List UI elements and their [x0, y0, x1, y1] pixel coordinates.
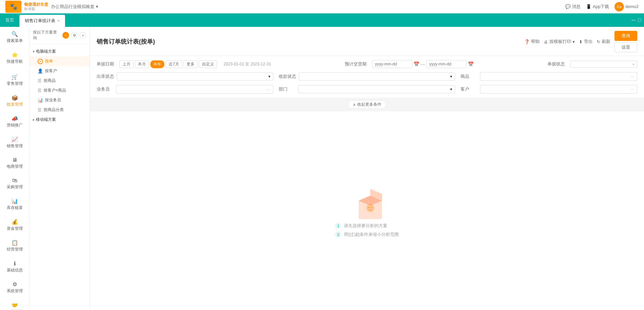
- help-label: 帮助: [531, 39, 540, 45]
- user-action[interactable]: Ea demo2: [614, 2, 639, 11]
- last7-btn[interactable]: 近7天: [166, 60, 182, 68]
- wholesale-icon: 📦: [1, 95, 28, 101]
- app-download-icon: 📱: [586, 4, 591, 9]
- sidebar-item-finance[interactable]: 💰 资金管理: [0, 215, 29, 236]
- tree-item-by-order[interactable]: ● 按单: [30, 56, 90, 66]
- sidebar-item-search[interactable]: 🔍 搜索菜单: [0, 27, 29, 48]
- order-status-label: 单据状态: [547, 61, 565, 67]
- print-arrow-icon: ▾: [573, 39, 575, 44]
- sidebar-item-wholesale-label: 批发管理: [1, 102, 28, 107]
- message-action[interactable]: 💬 消息: [565, 4, 581, 10]
- tree-item-by-category[interactable]: ☰ 按商品分类: [30, 105, 90, 115]
- tabbar-maximize-btn[interactable]: □: [638, 17, 641, 23]
- goods-input[interactable]: ···: [480, 72, 637, 81]
- filter-area: 单据日期 上月 本月 本年 近7天 更多 自定义 2023-01-01 至 20…: [90, 56, 644, 98]
- message-label: 消息: [572, 4, 581, 10]
- sidebar-item-wholesale[interactable]: 📦 批发管理: [0, 91, 29, 111]
- last-month-btn[interactable]: 上月: [119, 60, 133, 68]
- ecommerce-icon: 🖥: [1, 157, 28, 163]
- ship-status-arrow: ▾: [268, 74, 270, 79]
- export-label: 导出: [584, 39, 593, 45]
- goods-dots-icon[interactable]: ···: [630, 74, 634, 79]
- cal-icon-end[interactable]: 📅: [468, 61, 474, 67]
- tab-sales-order[interactable]: 销售订单统计表 ×: [19, 15, 65, 27]
- sidebar-item-ecommerce[interactable]: 🖥 电商管理: [0, 153, 29, 173]
- salesperson-dots-icon[interactable]: ···: [266, 87, 270, 92]
- print-btn[interactable]: 🖨 按模板打印 ▾: [544, 39, 575, 45]
- sidebar-item-retail[interactable]: 🛒 零售管理: [0, 70, 29, 91]
- sidebar-item-system[interactable]: ⚙ 系统管理: [0, 277, 29, 298]
- tree-item-cg-icon: ☰: [38, 88, 42, 93]
- tree-group-desktop-header[interactable]: ▾ 电脑端方案: [30, 47, 90, 56]
- customer-input[interactable]: ···: [480, 85, 637, 94]
- expected-date-label: 预计交货期: [345, 61, 367, 67]
- order-status-arrow: ▾: [633, 62, 634, 66]
- sidebar-item-purchase[interactable]: 🛍 采购管理: [0, 173, 29, 194]
- scheme-tree: ▾ 电脑端方案 ● 按单 👤 按客户 ☰ 按商品: [30, 44, 90, 127]
- sidebar-item-sales[interactable]: 📈 销售管理: [0, 132, 29, 153]
- sidebar-item-management[interactable]: 📋 经营管理: [0, 236, 29, 256]
- print-icon: 🖨: [544, 39, 548, 44]
- sidebar-item-inventory[interactable]: 📊 库存核算: [0, 194, 29, 215]
- tabbar-minimize-btn[interactable]: ─: [632, 17, 635, 23]
- date-range-text: 2023-01-01 至 2023-12-31: [224, 61, 271, 67]
- scheme-collapse-btn[interactable]: «: [79, 32, 86, 39]
- cal-icon-start[interactable]: 📅: [414, 61, 419, 67]
- settings-btn[interactable]: 设置: [614, 42, 637, 52]
- query-btn[interactable]: 查询: [614, 31, 637, 41]
- more-btn[interactable]: 更多: [183, 60, 198, 68]
- payment-status-select[interactable]: ▾: [299, 72, 455, 81]
- sidebar-item-enterprise[interactable]: 🤝 企业协同: [0, 298, 29, 310]
- expected-date-end[interactable]: [426, 60, 467, 68]
- tree-group-mobile-header[interactable]: ▸ 移动端方案: [30, 115, 90, 124]
- scheme-add-btn[interactable]: +: [62, 32, 69, 39]
- tab-home-label: 首页: [5, 17, 14, 23]
- order-status-select[interactable]: ▾: [570, 61, 637, 68]
- tree-item-by-customer[interactable]: 👤 按客户: [30, 66, 90, 76]
- custom-btn[interactable]: 自定义: [199, 60, 217, 68]
- tab-close-icon[interactable]: ×: [57, 18, 60, 23]
- topbar: 🐾 畅捷通好生意 标准版 办公用品行业模拟账套 ▾ 💬 消息 📱 App下载 E…: [0, 0, 644, 13]
- sidebar-item-basic[interactable]: ℹ 基础信息: [0, 256, 29, 277]
- filter-col-ship: 出库状态 ▾: [97, 72, 273, 81]
- app-selector-label: 办公用品行业模拟账套: [51, 4, 95, 10]
- expected-date-start[interactable]: [372, 60, 412, 68]
- department-select[interactable]: ▾: [298, 85, 455, 93]
- tree-item-by-customer-goods[interactable]: ☰ 按客户+商品: [30, 86, 90, 95]
- empty-svg: [350, 184, 390, 224]
- collapse-btn[interactable]: ∧ 收起更多条件: [348, 100, 386, 109]
- export-btn[interactable]: ⬇ 导出: [579, 39, 593, 45]
- tree-item-by-goods[interactable]: ☰ 按商品: [30, 76, 90, 86]
- this-month-btn[interactable]: 本月: [135, 60, 149, 68]
- tree-item-goods-icon: ☰: [38, 78, 42, 83]
- collapse-icon: ∧: [353, 102, 356, 107]
- tree-item-sp-icon: 📊: [38, 98, 43, 103]
- tree-item-by-salesperson[interactable]: 📊 按业务员: [30, 95, 90, 105]
- management-icon: 📋: [1, 240, 28, 246]
- app-name: 畅捷通好生意: [24, 2, 48, 7]
- topbar-right: 💬 消息 📱 App下载 Ea demo2: [565, 2, 639, 11]
- refresh-btn[interactable]: ↻ 刷新: [597, 39, 610, 45]
- main-layout: 🔍 搜索菜单 ⭐ 快捷导航 🛒 零售管理 📦 批发管理 📣 营销推广 📈 销售管…: [0, 27, 644, 310]
- tab-home[interactable]: 首页: [0, 13, 19, 27]
- sidebar-item-quick-nav[interactable]: ⭐ 快捷导航: [0, 48, 29, 68]
- date-dash: —: [421, 62, 425, 67]
- filter-row-2: 出库状态 ▾ 收款状态 ▾ 商品: [97, 72, 637, 81]
- this-year-btn[interactable]: 本年: [150, 60, 164, 68]
- scheme-settings-btn[interactable]: ⚙: [71, 32, 78, 39]
- tree-item-cg-label: 按客户+商品: [44, 88, 66, 93]
- help-btn[interactable]: ❓ 帮助: [524, 39, 540, 45]
- empty-state: 1 请先选择要分析的方案 2 用[过滤]条件来缩小分析范围: [90, 111, 644, 310]
- basic-icon: ℹ: [1, 260, 28, 267]
- app-selector-arrow: ▾: [96, 4, 98, 9]
- svg-point-3: [366, 204, 374, 212]
- ship-status-select[interactable]: ▾: [117, 72, 273, 81]
- scheme-panel: 按以下方案查询 + ⚙ « ▾ 电脑端方案 ● 按单 👤: [30, 27, 90, 310]
- salesperson-input[interactable]: ···: [116, 85, 273, 94]
- department-arrow: ▾: [450, 87, 452, 92]
- customer-dots-icon[interactable]: ···: [630, 87, 634, 92]
- tree-item-sp-label: 按业务员: [45, 97, 61, 103]
- sidebar-item-marketing[interactable]: 📣 营销推广: [0, 111, 29, 132]
- app-download-action[interactable]: 📱 App下载: [586, 4, 609, 10]
- app-selector[interactable]: 办公用品行业模拟账套 ▾: [51, 4, 98, 10]
